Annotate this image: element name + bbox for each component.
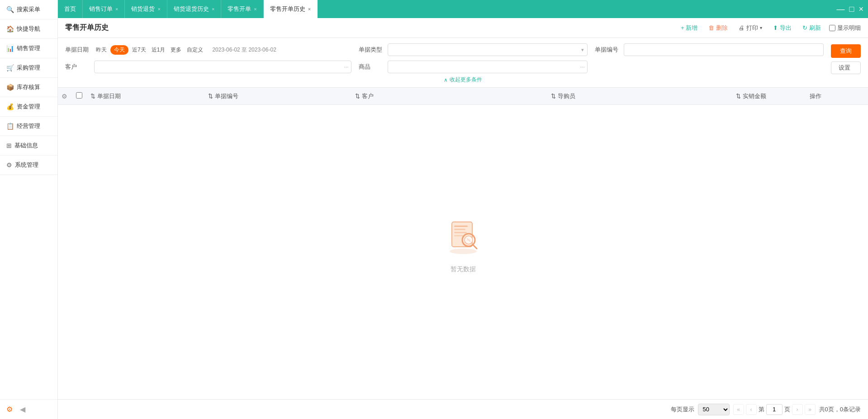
- prev-page-btn[interactable]: ‹: [746, 404, 757, 415]
- sidebar-bottom: ⚙ ◀: [0, 399, 57, 419]
- date-option-more[interactable]: 更多: [169, 45, 183, 55]
- query-button[interactable]: 查询: [831, 44, 861, 58]
- search-icon: 🔍: [6, 6, 14, 13]
- customer-ellipsis-icon[interactable]: ···: [344, 64, 349, 70]
- sidebar-item-basic-info[interactable]: ⊞ 基础信息: [0, 136, 57, 155]
- wallet-icon: 💰: [6, 103, 14, 110]
- add-button[interactable]: + 新增: [678, 22, 700, 34]
- goods-label: 商品: [359, 63, 384, 71]
- next-page-btn[interactable]: ›: [792, 404, 803, 415]
- filter-main-row: 单据日期 昨天 今天 近7天 近1月 更多 自定义 2023-06-02 至 2…: [65, 43, 861, 74]
- display-detail-toggle[interactable]: 显示明细: [829, 24, 861, 32]
- col-customer-sort-icon[interactable]: ⇅: [355, 93, 360, 99]
- select-all-checkbox[interactable]: [76, 92, 82, 99]
- col-action-label: 操作: [810, 92, 821, 100]
- sidebar-item-sales-mgmt[interactable]: 📊 销售管理: [0, 39, 57, 58]
- doc-no-label: 单据编号: [595, 46, 620, 54]
- chart-icon: 📊: [6, 45, 14, 52]
- table-select-all[interactable]: [76, 92, 90, 100]
- tab-sales-return-history-close[interactable]: ×: [212, 6, 214, 12]
- sidebar-item-quick-nav[interactable]: 🏠 快捷导航: [0, 19, 57, 39]
- svg-rect-2: [454, 226, 468, 227]
- collapse-up-icon: ∧: [444, 77, 448, 83]
- page-size-select[interactable]: 50 10 20 100: [698, 404, 730, 415]
- collapse-row[interactable]: ∧ 收起更多条件: [65, 74, 861, 84]
- date-option-custom[interactable]: 自定义: [185, 45, 205, 55]
- tab-home[interactable]: 首页: [58, 0, 83, 18]
- doc-no-input[interactable]: [624, 43, 824, 56]
- current-page-input[interactable]: 1: [766, 404, 783, 415]
- sidebar-item-label: 基础信息: [14, 141, 38, 150]
- date-option-1month[interactable]: 近1月: [150, 45, 167, 55]
- sidebar-item-label: 快捷导航: [17, 25, 40, 33]
- col-amount-label: 实销金额: [743, 92, 766, 100]
- tab-retail-open[interactable]: 零售开单 ×: [221, 0, 263, 18]
- col-salesman-sort-icon[interactable]: ⇅: [551, 93, 556, 99]
- table-settings-icon[interactable]: ⚙: [62, 93, 76, 100]
- filter-area: 单据日期 昨天 今天 近7天 近1月 更多 自定义 2023-06-02 至 2…: [58, 38, 868, 88]
- first-page-btn[interactable]: «: [733, 404, 744, 415]
- export-button[interactable]: ⬆ 导出: [770, 22, 794, 34]
- table-area: ⚙ ⇅ 单据日期 ⇅ 单据编号 ⇅ 客户 ⇅ 导购员 ⇅ 实销金额: [58, 88, 868, 399]
- main-content: 首页 销售订单 × 销货退货 × 销货退货历史 × 零售开单 × 零售开单历史 …: [58, 0, 868, 419]
- col-no-sort-icon[interactable]: ⇅: [208, 93, 213, 99]
- svg-line-8: [473, 245, 477, 249]
- tab-retail-history[interactable]: 零售开单历史 ×: [264, 0, 318, 18]
- refresh-icon: ↻: [802, 24, 807, 31]
- customer-input-wrap: ···: [94, 61, 351, 73]
- col-salesman: ⇅ 导购员: [551, 92, 669, 100]
- filter-date-col: 单据日期 昨天 今天 近7天 近1月 更多 自定义 2023-06-02 至 2…: [65, 45, 351, 55]
- page-label-end: 页: [784, 405, 790, 414]
- col-no: ⇅ 单据编号: [208, 92, 355, 100]
- delete-button[interactable]: 🗑 删除: [706, 22, 730, 34]
- customer-input[interactable]: [94, 61, 351, 73]
- minimize-btn[interactable]: —: [837, 5, 845, 14]
- maximize-btn[interactable]: □: [849, 5, 854, 14]
- tab-retail-open-close[interactable]: ×: [254, 6, 256, 12]
- page-label: 第: [759, 405, 764, 414]
- col-date-sort-icon[interactable]: ⇅: [90, 93, 95, 99]
- bottom-gear-icon[interactable]: ⚙: [6, 405, 13, 414]
- sidebar-search[interactable]: 🔍 搜索采单: [0, 0, 57, 19]
- tab-sales-return[interactable]: 销货退货 ×: [125, 0, 167, 18]
- tab-sales-order-close[interactable]: ×: [115, 6, 118, 12]
- tab-home-label: 首页: [64, 5, 76, 13]
- last-page-btn[interactable]: »: [805, 404, 816, 415]
- doc-type-select[interactable]: [388, 43, 588, 56]
- svg-rect-4: [454, 232, 467, 233]
- display-detail-label: 显示明细: [837, 24, 861, 32]
- tab-sales-return-close[interactable]: ×: [157, 6, 160, 12]
- close-btn[interactable]: ×: [859, 5, 863, 14]
- pagination-nav: « ‹ 第 1 页 › »: [733, 404, 816, 415]
- tab-retail-history-close[interactable]: ×: [308, 6, 311, 12]
- goods-input[interactable]: [388, 61, 588, 73]
- collapse-label: 收起更多条件: [450, 76, 482, 84]
- filter-row-2: 客户 ··· 商品 ···: [65, 61, 824, 73]
- col-no-label: 单据编号: [215, 92, 238, 100]
- table-header: ⚙ ⇅ 单据日期 ⇅ 单据编号 ⇅ 客户 ⇅ 导购员 ⇅ 实销金额: [58, 88, 868, 105]
- bag-icon: 🛒: [6, 64, 14, 71]
- sidebar-collapse-icon[interactable]: ◀: [20, 405, 25, 414]
- tab-sales-return-label: 销货退货: [131, 5, 155, 13]
- date-option-7days[interactable]: 近7天: [130, 45, 148, 55]
- refresh-label: 刷新: [809, 24, 821, 32]
- date-option-today[interactable]: 今天: [110, 45, 128, 55]
- date-option-yesterday[interactable]: 昨天: [94, 45, 109, 55]
- col-date-label: 单据日期: [97, 92, 121, 100]
- col-amount-sort-icon[interactable]: ⇅: [736, 93, 741, 99]
- sidebar-item-sys-mgmt[interactable]: ⚙ 系统管理: [0, 155, 57, 175]
- goods-input-wrap: ···: [388, 61, 588, 73]
- sidebar-item-finance[interactable]: 💰 资金管理: [0, 97, 57, 117]
- print-button[interactable]: 🖨 🖨 打印 打印 ▾: [736, 22, 765, 34]
- settings-button[interactable]: 设置: [831, 61, 861, 74]
- sidebar-item-inventory[interactable]: 📦 库存核算: [0, 78, 57, 97]
- sidebar-item-purchase-mgmt[interactable]: 🛒 采购管理: [0, 58, 57, 78]
- tab-sales-order[interactable]: 销售订单 ×: [83, 0, 125, 18]
- sidebar-item-label: 经营管理: [17, 122, 40, 130]
- tab-sales-return-history[interactable]: 销货退货历史 ×: [167, 0, 221, 18]
- display-detail-checkbox[interactable]: [829, 25, 835, 31]
- refresh-button[interactable]: ↻ 刷新: [800, 22, 824, 34]
- col-customer-label: 客户: [362, 92, 374, 100]
- goods-ellipsis-icon[interactable]: ···: [580, 64, 585, 70]
- sidebar-item-ops-mgmt[interactable]: 📋 经营管理: [0, 117, 57, 136]
